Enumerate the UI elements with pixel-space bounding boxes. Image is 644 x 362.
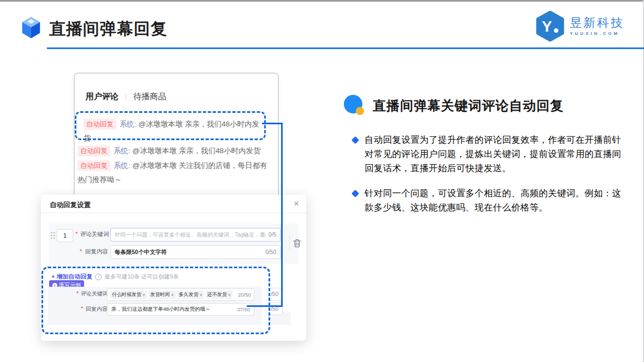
auto-reply-badge: 自动回复 xyxy=(84,119,116,130)
drag-handle-icon[interactable] xyxy=(50,231,56,240)
example-keyword-input[interactable]: 什么时候发货× 发货时间× 多久发货× 还不发货× 20/50 xyxy=(107,288,254,301)
reply-placeholder: 每条限50个中文字符 xyxy=(115,249,264,256)
auto-reply-badge: 自动回复 xyxy=(77,146,110,156)
example-keyword-label: 评论关键词 xyxy=(81,290,108,298)
tag-remove-icon[interactable]: × xyxy=(200,292,202,298)
required-mark: * xyxy=(75,231,77,237)
tag-label: 什么时候发货 xyxy=(112,291,141,298)
keyword-tag[interactable]: 还不发货× xyxy=(206,291,232,299)
connector-line xyxy=(247,305,283,307)
example-keyword-counter: 20/50 xyxy=(238,292,251,298)
auto-reply-badge: 自动回复 xyxy=(77,160,110,171)
window-top-edge xyxy=(0,0,644,2)
comment-sender: 系统: xyxy=(114,147,130,155)
page-title: 直播间弹幕回复 xyxy=(49,18,168,40)
comment-row: 自动回复系统: @冰墩墩本墩 关注我们的店铺，每日都有热门推荐呦～ xyxy=(77,159,272,187)
keyword-tag[interactable]: 什么时候发货× xyxy=(110,291,147,299)
feature-bullet: 自动回复设置为了提升作者的评论回复效率，作者可在开播前针对常见的评论用户问题，提… xyxy=(365,132,630,175)
connector-line xyxy=(281,123,283,307)
tag-label: 多久发货 xyxy=(179,291,199,298)
rule-index-box[interactable]: 1 xyxy=(57,229,73,242)
comment-row: 自动回复系统: @冰墩墩本墩 亲亲，我们48小时内发货 xyxy=(77,144,272,158)
keyword-input[interactable]: 对同一个问题，可设置多个相近、高频的关键词，Tag确定，最多5个 0/5 xyxy=(110,228,281,242)
yellow-circle-icon xyxy=(356,107,364,115)
close-icon[interactable]: × xyxy=(294,198,299,209)
tag-remove-icon[interactable]: × xyxy=(142,292,145,298)
modal-title-divider xyxy=(41,213,306,213)
feature-bullet: 针对同一个问题，可设置多个相近的、高频的关键词。例如：这款多少钱、这块能优惠吗、… xyxy=(365,186,630,214)
add-auto-reply-button[interactable]: + 增加自动回复 xyxy=(51,273,92,281)
reply-input[interactable]: 每条限50个中文字符 0/50 xyxy=(110,245,281,259)
required-mark: * xyxy=(81,305,83,312)
keyword-counter: 0/5 xyxy=(269,232,276,238)
chat-bubble-icon xyxy=(344,95,362,113)
example-reply-input[interactable]: 亲，我们这边都是下单48小时内发货的哦～ 37/50 xyxy=(107,303,254,316)
required-mark: * xyxy=(76,290,79,297)
tag-remove-icon[interactable]: × xyxy=(171,292,174,298)
feature-heading: 直播间弹幕关键词评论自动回复 xyxy=(373,97,564,114)
page: 直播间弹幕回复 Y 昱新科技 YUUXIN.COM 用户评论 | 待播商品 自动… xyxy=(0,0,644,362)
bullet-diamond-icon xyxy=(351,190,359,197)
comment-row: 自动回复系统: @冰墩墩本墩 亲亲，我们48小时内发货 xyxy=(84,117,264,146)
tab-user-comments[interactable]: 用户评论 xyxy=(86,92,118,102)
comment-sender: 系统: xyxy=(114,161,130,170)
example-reply-value: 亲，我们这边都是下单48小时内发货的哦～ xyxy=(111,306,235,313)
comment-sender: 系统: xyxy=(120,120,136,128)
connector-line xyxy=(262,123,283,124)
tag-label: 还不发货 xyxy=(207,291,227,298)
reply-counter: 0/50 xyxy=(266,249,276,255)
required-mark: * xyxy=(80,248,82,255)
brand-domain: YUUXIN.COM xyxy=(570,31,624,36)
bullet-diamond-icon xyxy=(351,136,359,144)
keyword-tag[interactable]: 多久发货× xyxy=(177,291,204,299)
modal-title: 自动回复设置 xyxy=(50,201,91,210)
comments-tabs: 用户评论 | 待播商品 xyxy=(86,92,166,102)
info-icon: ? xyxy=(95,274,102,280)
keyword-tag[interactable]: 发货时间× xyxy=(148,291,175,299)
svg-text:Y: Y xyxy=(542,18,552,35)
brand-hexagon-icon: Y xyxy=(536,11,564,41)
delete-icon[interactable] xyxy=(293,239,301,248)
brand-name: 昱新科技 xyxy=(570,16,624,29)
keyword-placeholder: 对同一个问题，可设置多个相近、高频的关键词，Tag确定，最多5个 xyxy=(115,231,266,239)
brand-logo: Y 昱新科技 YUUXIN.COM xyxy=(536,11,624,41)
comment-text: @冰墩墩本墩 亲亲，我们48小时内发货 xyxy=(133,147,261,155)
tag-label: 发货时间 xyxy=(150,291,170,298)
header-underline xyxy=(47,47,644,49)
row-action-divider xyxy=(289,236,290,251)
tag-remove-icon[interactable]: × xyxy=(228,292,231,298)
reply-label: 回复内容 xyxy=(85,248,108,256)
add-hint-text: 最多可建10条 还可以创建9条 xyxy=(104,273,178,281)
example-reply-counter: 37/50 xyxy=(237,306,250,312)
cube-logo-icon xyxy=(19,15,44,40)
keyword-label: 评论关键词 xyxy=(80,231,109,238)
tab-pending-products[interactable]: 待播商品 xyxy=(133,92,166,102)
example-reply-label: 回复内容 xyxy=(86,305,108,313)
tab-divider: | xyxy=(125,93,127,101)
add-auto-reply-line: + 增加自动回复 ? 最多可建10条 还可以创建9条 xyxy=(51,273,178,281)
fragment-counter: /50 xyxy=(271,291,278,297)
